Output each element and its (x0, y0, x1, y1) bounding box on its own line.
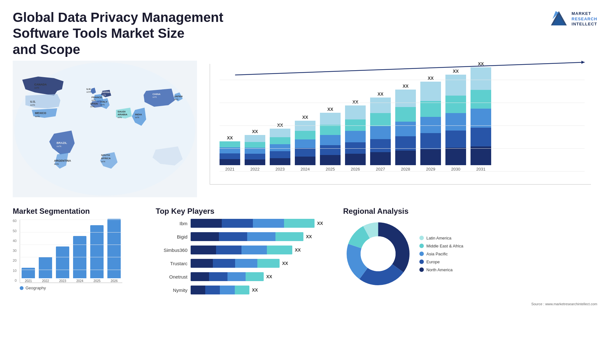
legend-label-europe: Europe (426, 260, 440, 264)
legend-dot-na (419, 267, 424, 272)
svg-text:xx%: xx% (54, 163, 59, 165)
bar-2022: XX 2022 (245, 129, 265, 172)
svg-text:CANADA: CANADA (34, 83, 47, 86)
main-content: CANADA xx% U.S. xx% MEXICO xx% BRAZIL xx… (0, 61, 610, 197)
svg-text:U.S.: U.S. (30, 100, 36, 103)
bar-2023: XX 2023 (270, 123, 290, 172)
player-name-onetrust: Onetrust (156, 274, 187, 280)
legend-dot-europe (419, 260, 424, 264)
bar-chart: XX 2021 XX 2022 (210, 64, 591, 185)
player-name-trustarc: Trustarc (156, 261, 187, 266)
seg-legend-label: Geography (25, 286, 46, 290)
legend-label-mea: Middle East & Africa (426, 244, 463, 248)
regional-title: Regional Analysis (343, 207, 464, 216)
bar-2025: XX 2025 (320, 107, 341, 172)
players-title: Top Key Players (156, 207, 334, 216)
player-bar-ibm (191, 219, 315, 228)
logo-icon (549, 10, 568, 29)
svg-text:JAPAN: JAPAN (174, 95, 183, 98)
player-row-simbus360: Simbus360 XX (156, 246, 334, 254)
svg-text:ARGENTINA: ARGENTINA (54, 159, 71, 162)
svg-text:GERMANY: GERMANY (102, 91, 115, 94)
players-section: Top Key Players Ibm XX Bigid (156, 207, 334, 299)
svg-text:xx%: xx% (86, 91, 91, 93)
legend-latin-america: Latin America (419, 236, 463, 240)
seg-y-axis: 60 50 40 30 20 10 0 (13, 219, 17, 290)
legend-label-ap: Asia Pacific (426, 252, 448, 256)
bar-2024: XX 2024 (295, 115, 315, 172)
svg-text:ITALY: ITALY (100, 100, 107, 103)
legend-asia-pacific: Asia Pacific (419, 252, 463, 256)
svg-text:xx%: xx% (34, 86, 39, 89)
player-name-bigid: Bigid (156, 234, 187, 239)
legend-dot-latin (419, 236, 424, 240)
player-name-ibm: Ibm (156, 221, 187, 226)
legend-dot-mea (419, 244, 424, 248)
legend-dot-ap (419, 252, 424, 256)
svg-point-44 (361, 236, 396, 271)
player-bar-nymity (191, 286, 249, 294)
svg-text:xx%: xx% (35, 115, 40, 118)
player-bar-trustarc (191, 259, 280, 268)
bar-2031: XX 2031 (471, 61, 491, 172)
svg-text:SAUDI: SAUDI (118, 110, 125, 113)
svg-text:xx%: xx% (100, 104, 105, 106)
player-bar-onetrust (191, 272, 264, 281)
svg-text:SPAIN: SPAIN (90, 102, 98, 105)
logo: MARKET RESEARCH INTELLECT (549, 10, 597, 29)
svg-text:xx%: xx% (90, 105, 94, 108)
svg-text:xx%: xx% (118, 116, 122, 118)
world-map: CANADA xx% U.S. xx% MEXICO xx% BRAZIL xx… (13, 61, 197, 197)
legend-europe: Europe (419, 260, 463, 264)
player-row-trustarc: Trustarc XX (156, 259, 334, 268)
player-row-nymity: Nymity XX (156, 286, 334, 294)
bar-2028: XX 2028 (395, 84, 416, 172)
player-name-simbus360: Simbus360 (156, 247, 187, 253)
svg-text:MEXICO: MEXICO (35, 111, 46, 115)
svg-text:BRAZIL: BRAZIL (57, 141, 67, 145)
svg-text:xx%: xx% (57, 145, 61, 148)
svg-text:xx%: xx% (102, 94, 106, 96)
svg-text:xx%: xx% (152, 96, 157, 98)
player-row-bigid: Bigid XX (156, 232, 334, 241)
donut-chart (343, 219, 413, 289)
player-bar-simbus360 (191, 246, 292, 254)
svg-text:AFRICA: AFRICA (101, 157, 111, 160)
bar-2030: XX 2030 (445, 69, 466, 172)
svg-text:CHINA: CHINA (152, 93, 161, 96)
regional-section: Regional Analysis Lat (343, 207, 464, 299)
legend-label-na: North America (426, 267, 452, 272)
player-bar-bigid (191, 232, 303, 241)
svg-text:FRANCE: FRANCE (92, 96, 102, 99)
bar-2027: XX 2027 (370, 91, 391, 172)
seg-legend-icon (20, 286, 24, 290)
svg-text:xx%: xx% (30, 104, 35, 106)
segmentation-title: Market Segmentation (13, 207, 146, 216)
player-row-ibm: Ibm XX (156, 219, 334, 228)
legend-middle-east: Middle East & Africa (419, 244, 463, 248)
player-row-onetrust: Onetrust XX (156, 272, 334, 281)
bar-2029: XX 2029 (420, 76, 441, 172)
svg-text:INDIA: INDIA (135, 113, 142, 116)
svg-text:SOUTH: SOUTH (101, 154, 110, 157)
player-name-nymity: Nymity (156, 287, 187, 293)
svg-text:xx%: xx% (92, 99, 96, 101)
donut-legend: Latin America Middle East & Africa Asia … (419, 236, 463, 272)
svg-text:ARABIA: ARABIA (118, 113, 127, 116)
svg-text:xx%: xx% (101, 160, 105, 163)
svg-text:U.K.: U.K. (86, 88, 92, 91)
page-header: Global Data Privacy Management Software … (0, 0, 610, 61)
svg-text:xx%: xx% (135, 116, 139, 118)
donut-container: Latin America Middle East & Africa Asia … (343, 219, 464, 289)
svg-marker-38 (581, 61, 585, 64)
segmentation-section: Market Segmentation 60 50 40 30 20 10 0 (13, 207, 146, 299)
seg-bar-chart: 2021 2022 2023 2024 (20, 219, 122, 283)
bar-2021: XX 2021 (220, 135, 240, 172)
source-text: Source : www.marketresearchintellect.com (0, 302, 610, 306)
bar-2026: XX 2026 (345, 99, 366, 172)
legend-label-latin: Latin America (426, 236, 451, 240)
legend-north-america: North America (419, 267, 463, 272)
bar-chart-section: XX 2021 XX 2022 (203, 61, 597, 197)
seg-legend: Geography (20, 286, 122, 290)
world-map-section: CANADA xx% U.S. xx% MEXICO xx% BRAZIL xx… (13, 61, 197, 197)
